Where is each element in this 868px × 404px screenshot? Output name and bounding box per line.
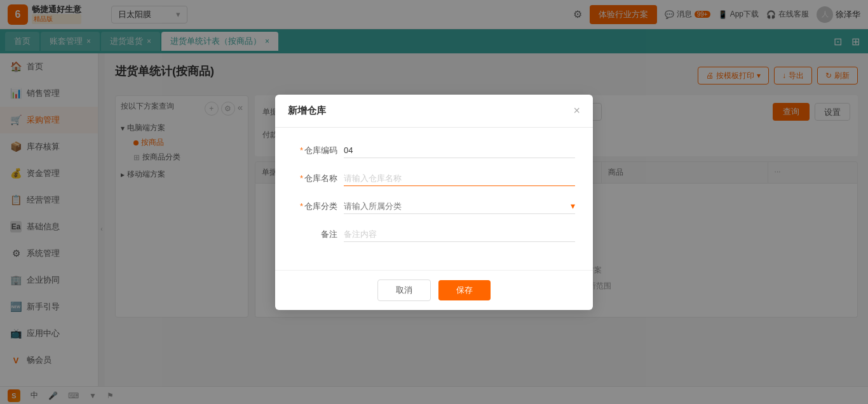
required-star-name: * [300,173,303,183]
form-row-category: *仓库分类 ▾ [293,199,575,214]
form-row-code: *仓库编码 [293,143,575,158]
modal-body: *仓库编码 *仓库名称 *仓库分类 ▾ [275,128,593,270]
form-remark-label: 备注 [293,229,344,240]
modal-footer: 取消 保存 [275,270,593,310]
modal-overlay: 新增仓库 × *仓库编码 *仓库名称 *仓库分类 [0,0,868,404]
form-name-label: *仓库名称 [293,173,344,184]
modal-header: 新增仓库 × [275,95,593,128]
new-warehouse-modal: 新增仓库 × *仓库编码 *仓库名称 *仓库分类 [275,95,593,310]
warehouse-name-input[interactable] [344,171,575,186]
warehouse-remark-input[interactable] [344,227,575,242]
form-code-label: *仓库编码 [293,145,344,156]
warehouse-category-input[interactable] [344,199,571,213]
cancel-button[interactable]: 取消 [377,279,431,301]
modal-title: 新增仓库 [288,105,326,117]
warehouse-category-select-wrap: ▾ [344,199,575,214]
required-star-category: * [300,201,303,211]
form-category-label: *仓库分类 [293,201,344,212]
warehouse-code-input[interactable] [344,143,575,158]
required-star-code: * [300,145,303,155]
category-dropdown-icon[interactable]: ▾ [571,201,575,211]
form-row-name: *仓库名称 [293,171,575,186]
save-button[interactable]: 保存 [438,280,491,300]
form-row-remark: 备注 [293,227,575,242]
modal-close-icon[interactable]: × [573,105,580,116]
